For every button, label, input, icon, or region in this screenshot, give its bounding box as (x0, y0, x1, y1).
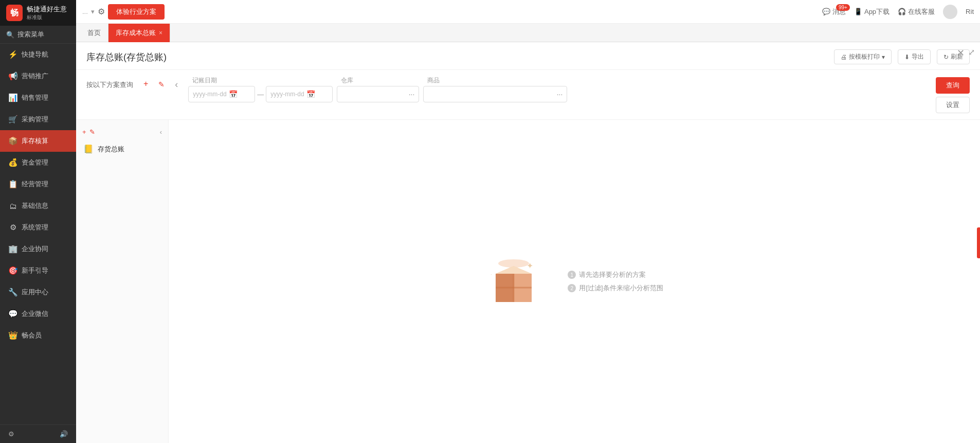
product-filter-group: 商品 ··· (423, 76, 567, 102)
footer-audio-icon[interactable]: 🔊 (60, 430, 68, 438)
member-icon: 👑 (8, 331, 17, 340)
filter-panel-edit-icon[interactable]: ✎ (89, 128, 95, 136)
marketing-icon: 📢 (8, 72, 17, 81)
empty-illustration: ✦ · (485, 251, 547, 312)
sidebar-item-enterprise[interactable]: 🏢 企业协同 (0, 238, 76, 260)
tab-inventory-ledger[interactable]: 库存成本总账 × (108, 24, 170, 42)
sidebar-item-label: 系统管理 (22, 223, 48, 232)
date-filter-group: 记账日期 yyyy-mm-dd 📅 — yyyy-mm-dd 📅 (188, 76, 333, 102)
settings-button[interactable]: 设置 (936, 97, 970, 113)
search-icon: 🔍 (6, 31, 14, 39)
online-service-button[interactable]: 🎧 在线客服 (898, 7, 935, 16)
sidebar-item-label: 资金管理 (22, 158, 48, 167)
logo-text: 畅捷通好生意 标准版 (27, 5, 67, 21)
sidebar-item-wechat[interactable]: 💬 企业微信 (0, 303, 76, 325)
template-print-button[interactable]: 🖨 按模板打印 ▾ (834, 49, 892, 64)
sidebar-item-label: 企业协同 (22, 244, 48, 254)
query-button[interactable]: 查询 (936, 77, 970, 94)
step-1-badge: 1 (568, 271, 576, 279)
app-name: 畅捷通好生意 (27, 5, 67, 14)
page-title: 库存总账(存货总账) (86, 51, 167, 63)
sidebar-item-label: 经营管理 (22, 180, 48, 189)
footer-settings-icon[interactable]: ⚙ (8, 430, 14, 438)
inventory-ledger-label: 存货总账 (98, 145, 124, 154)
expand-content-button[interactable]: ⤢ (968, 47, 975, 57)
refresh-button[interactable]: ↻ 刷新 (937, 49, 970, 64)
warehouse-select[interactable]: ··· (337, 86, 419, 102)
sidebar-item-label: 新手引导 (22, 266, 48, 275)
tab-home[interactable]: 首页 (80, 24, 108, 42)
date-from-input[interactable]: yyyy-mm-dd 📅 (188, 86, 255, 102)
app-logo: 畅 畅捷通好生意 标准版 (0, 0, 76, 26)
sidebar: 畅 畅捷通好生意 标准版 🔍 搜索菜单 ⚡ 快捷导航 📢 营销推广 📊 销售管理… (0, 0, 76, 443)
sidebar-item-label: 畅会员 (22, 331, 42, 340)
calendar-to-icon[interactable]: 📅 (306, 90, 315, 98)
filter-panel-header: + ✎ ‹ (76, 125, 168, 139)
messages-button[interactable]: 💬 消息 99+ (822, 7, 846, 16)
app-download-label: App下载 (864, 7, 890, 16)
date-from-placeholder: yyyy-mm-dd (193, 91, 226, 98)
filter-panel-item-inventory-ledger[interactable]: 📒 存货总账 (76, 139, 168, 159)
page-actions: 🖨 按模板打印 ▾ ⬇ 导出 ↻ 刷新 (834, 49, 970, 64)
sidebar-item-marketing[interactable]: 📢 营销推广 (0, 65, 76, 87)
dropdown-arrow-icon: ▾ (882, 54, 885, 61)
search-menu[interactable]: 🔍 搜索菜单 (0, 26, 76, 44)
sidebar-item-label: 采购管理 (22, 115, 48, 124)
user-name: Rit (966, 8, 974, 15)
topbar-dropdown-icon[interactable]: ▾ (91, 8, 95, 15)
sidebar-item-finance[interactable]: 💰 资金管理 (0, 152, 76, 173)
empty-hint-2: 2 用[过滤]条件来缩小分析范围 (568, 283, 663, 293)
warehouse-more-icon[interactable]: ··· (409, 90, 415, 98)
edit-scheme-button[interactable]: ✎ (158, 76, 165, 88)
collapse-panel-button[interactable]: ‹ (175, 76, 178, 90)
purchase-icon: 🛒 (8, 115, 17, 124)
sidebar-item-guide[interactable]: 🎯 新手引导 (0, 260, 76, 281)
messages-badge: 99+ (836, 4, 850, 11)
sidebar-item-label: 基础信息 (22, 201, 48, 210)
system-icon: ⚙ (8, 223, 17, 232)
sidebar-item-basic-info[interactable]: 🗂 基础信息 (0, 195, 76, 217)
user-avatar[interactable] (943, 5, 957, 19)
product-more-icon[interactable]: ··· (557, 90, 563, 98)
basic-info-icon: 🗂 (8, 202, 17, 210)
empty-state: ✦ · 1 请先选择要分析的方案 2 用[过滤]条件来缩小分析范围 (169, 120, 980, 443)
filter-panel-collapse-icon[interactable]: ‹ (160, 128, 162, 136)
filter-panel-actions: + ✎ (82, 128, 95, 136)
printer-icon: 🖨 (841, 54, 847, 61)
sidebar-item-member[interactable]: 👑 畅会员 (0, 325, 76, 346)
sidebar-nav: ⚡ 快捷导航 📢 营销推广 📊 销售管理 🛒 采购管理 📦 库存核算 💰 资金管… (0, 44, 76, 424)
filter-panel-add-icon[interactable]: + (82, 128, 86, 136)
sidebar-footer: ⚙ 🔊 (0, 424, 76, 443)
svg-text:·: · (491, 272, 492, 277)
topbar-right: 💬 消息 99+ 📱 App下载 🎧 在线客服 Rit (822, 5, 974, 19)
calendar-from-icon[interactable]: 📅 (229, 90, 238, 98)
wechat-icon: 💬 (8, 309, 17, 318)
tab-close-icon[interactable]: × (159, 29, 162, 37)
template-print-label: 按模板打印 (849, 52, 880, 61)
export-button[interactable]: ⬇ 导出 (898, 49, 931, 64)
tab-bar: 首页 库存成本总账 × (76, 24, 980, 42)
sidebar-item-business[interactable]: 📋 经营管理 (0, 173, 76, 195)
add-scheme-button[interactable]: + (143, 76, 148, 88)
filter-panel: + ✎ ‹ 📒 存货总账 (76, 120, 169, 443)
date-to-input[interactable]: yyyy-mm-dd 📅 (266, 86, 333, 102)
trial-button[interactable]: 体验行业方案 (108, 4, 165, 20)
sidebar-item-quick-nav[interactable]: ⚡ 快捷导航 (0, 44, 76, 65)
sidebar-item-system[interactable]: ⚙ 系统管理 (0, 217, 76, 238)
sidebar-item-inventory[interactable]: 📦 库存核算 (0, 130, 76, 152)
product-select[interactable]: ··· (423, 86, 567, 102)
sidebar-item-sales[interactable]: 📊 销售管理 (0, 87, 76, 109)
sidebar-item-purchase[interactable]: 🛒 采购管理 (0, 109, 76, 130)
main-area: ... ▾ ⚙ 体验行业方案 💬 消息 99+ 📱 App下载 🎧 在线客服 R… (76, 0, 980, 443)
right-edge-indicator[interactable] (977, 227, 980, 258)
filter-action-buttons: 查询 设置 (936, 76, 970, 113)
topbar-settings-icon[interactable]: ⚙ (98, 7, 105, 16)
date-to-placeholder: yyyy-mm-dd (270, 91, 304, 98)
sidebar-item-app-center[interactable]: 🔧 应用中心 (0, 281, 76, 303)
refresh-icon: ↻ (943, 54, 949, 61)
sidebar-item-label: 销售管理 (22, 93, 48, 102)
close-content-button[interactable]: ✕ (957, 47, 965, 59)
app-download-button[interactable]: 📱 App下载 (854, 7, 890, 16)
warehouse-filter-label: 仓库 (337, 76, 419, 85)
body-area: + ✎ ‹ 📒 存货总账 (76, 120, 980, 443)
